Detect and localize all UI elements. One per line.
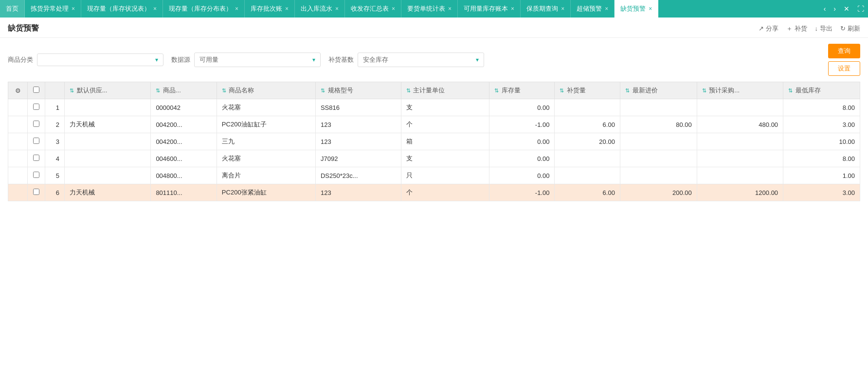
tab-inout-flow[interactable]: 出入库流水 × [295,0,345,18]
export-icon: ↓ [815,25,818,32]
row-checkbox-3[interactable] [33,155,39,161]
restock-label: 补货 [795,24,807,33]
tab-batch-account-close[interactable]: × [285,5,289,12]
row-gear [8,133,28,150]
sort-spec-icon: ⇅ [321,88,325,93]
tab-expiry-query-close[interactable]: × [561,5,564,12]
row-check[interactable] [28,184,45,201]
datasource-select-value: 可用量 [199,55,218,64]
col-restock-qty[interactable]: ⇅ 补货量 [555,82,620,99]
tab-inventory-dist-close[interactable]: × [235,5,238,12]
row-checkbox-1[interactable] [33,121,39,127]
tab-requisition-stats[interactable]: 要货单统计表 × [401,0,458,18]
row-check[interactable] [28,133,45,150]
header-actions: ↗ 分享 ＋ 补货 ↓ 导出 ↻ 刷新 [759,24,861,33]
datasource-label: 数据源 [171,55,190,64]
sort-min-stock-icon: ⇅ [788,88,793,93]
tab-shortage[interactable]: 缺货预警 × [615,0,658,18]
tab-fullscreen-button[interactable]: ⛶ [853,3,868,15]
share-action[interactable]: ↗ 分享 [759,24,778,33]
row-check[interactable] [28,150,45,167]
category-filter-group: 商品分类 ▾ [8,53,163,66]
tab-receive-summary[interactable]: 收发存汇总表 × [345,0,401,18]
row-est-purchase: 1200.00 [697,184,783,201]
tab-inout-flow-label: 出入库流水 [301,4,332,13]
tab-home[interactable]: 首页 [0,0,25,18]
tab-available-ledger[interactable]: 可用量库存账本 × [458,0,521,18]
tab-next-button[interactable]: › [830,3,840,15]
row-check[interactable] [28,99,45,116]
refresh-label: 刷新 [848,24,860,33]
col-unit[interactable]: ⇅ 主计量单位 [401,82,489,99]
row-product-name: 火花塞 [217,150,315,167]
tab-overstock[interactable]: 超储预警 × [571,0,615,18]
sort-restock-icon: ⇅ [560,88,564,93]
row-product-name: 火花塞 [217,99,315,116]
row-supplier [65,167,151,184]
col-product-code[interactable]: ⇅ 商品... [151,82,217,99]
row-latest-price [620,167,697,184]
restock-base-select[interactable]: 安全库存 ▾ [358,53,484,67]
col-spec[interactable]: ⇅ 规格型号 [315,82,401,99]
select-all-checkbox[interactable] [33,87,39,93]
tab-exception[interactable]: 拣货异常处理 × [25,0,81,18]
tab-inventory-dist-label: 现存量（库存分布表） [169,4,232,13]
tab-inout-flow-close[interactable]: × [335,5,339,12]
col-default-supplier[interactable]: ⇅ 默认供应... [65,82,151,99]
tab-available-ledger-close[interactable]: × [511,5,514,12]
row-spec: 123 [315,133,401,150]
row-min-stock: 3.00 [783,184,860,201]
tab-overstock-close[interactable]: × [605,5,608,12]
page-header: 缺货预警 ↗ 分享 ＋ 补货 ↓ 导出 ↻ 刷新 [0,18,868,38]
col-min-stock[interactable]: ⇅ 最低库存 [783,82,860,99]
row-restock-qty: 6.00 [555,184,620,201]
tab-inventory-status-close[interactable]: × [153,5,157,12]
row-checkbox-5[interactable] [33,189,39,195]
col-gear[interactable]: ⚙ [8,82,28,99]
col-product-name[interactable]: ⇅ 商品名称 [217,82,315,99]
row-check[interactable] [28,116,45,133]
row-stock: -1.00 [489,116,555,133]
tab-inventory-status[interactable]: 现存量（库存状况表） × [81,0,163,18]
col-latest-price[interactable]: ⇅ 最新进价 [620,82,697,99]
tab-shortage-close[interactable]: × [649,5,652,12]
row-check[interactable] [28,167,45,184]
row-num: 6 [45,184,65,201]
tab-requisition-stats-close[interactable]: × [448,5,452,12]
query-button[interactable]: 查询 [828,44,860,58]
category-select[interactable]: ▾ [37,53,163,66]
tab-exception-close[interactable]: × [72,5,75,12]
refresh-action[interactable]: ↻ 刷新 [840,24,860,33]
row-product-code: 004200... [151,116,217,133]
col-stock[interactable]: ⇅ 库存量 [489,82,555,99]
tab-receive-summary-close[interactable]: × [392,5,395,12]
settings-button[interactable]: 设置 [828,61,860,76]
tab-available-ledger-label: 可用量库存账本 [464,4,508,13]
datasource-select[interactable]: 可用量 ▾ [194,53,321,67]
col-est-purchase[interactable]: ⇅ 预计采购... [697,82,783,99]
row-num: 5 [45,167,65,184]
export-action[interactable]: ↓ 导出 [815,24,833,33]
tab-batch-account[interactable]: 库存批次账 × [245,0,295,18]
row-restock-qty: 6.00 [555,116,620,133]
share-icon: ↗ [759,25,764,32]
row-unit: 支 [401,99,489,116]
row-checkbox-4[interactable] [33,172,39,178]
tab-expiry-query[interactable]: 保质期查询 × [521,0,571,18]
restock-action[interactable]: ＋ 补货 [786,24,807,33]
gear-icon: ⚙ [15,87,21,94]
row-checkbox-0[interactable] [33,104,39,110]
sort-est-purchase-icon: ⇅ [702,88,706,93]
tab-inventory-dist[interactable]: 现存量（库存分布表） × [163,0,245,18]
restock-base-value: 安全库存 [363,55,388,64]
tab-restore-button[interactable]: ✕ [840,3,853,15]
restock-base-filter-group: 补货基数 安全库存 ▾ [328,53,484,67]
row-gear [8,150,28,167]
row-est-purchase [697,167,783,184]
row-supplier: 力天机械 [65,184,151,201]
row-spec: 123 [315,116,401,133]
page-title: 缺货预警 [8,23,39,34]
table-row: 1 0000042 火花塞 SS816 支 0.00 8.00 [8,99,860,116]
row-checkbox-2[interactable] [33,138,39,144]
tab-prev-button[interactable]: ‹ [820,3,830,15]
